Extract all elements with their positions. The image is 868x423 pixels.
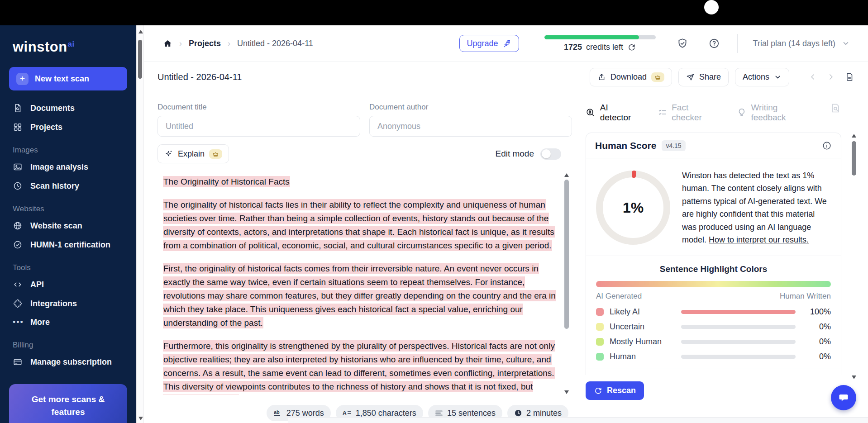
- toggle-knob: [542, 149, 551, 158]
- scroll-thumb[interactable]: [138, 40, 142, 79]
- credits-value: 1725: [564, 43, 582, 52]
- legend-value: 0%: [804, 322, 831, 332]
- breadcrumb: › Projects › Untitled - 2026-04-11: [163, 39, 313, 48]
- document-title-field: Document title: [157, 103, 360, 137]
- toolbar: Untitled - 2026-04-11 Download Share: [144, 62, 868, 92]
- page-title: Untitled - 2026-04-11: [157, 72, 242, 82]
- rescan-button[interactable]: Rescan: [586, 381, 644, 400]
- sidebar-item-humn1-certification[interactable]: HUMN-1 certification: [0, 235, 136, 254]
- window-scrollbar[interactable]: [136, 25, 144, 423]
- sidebar-item-documents[interactable]: Documents: [0, 99, 136, 118]
- chevron-right-icon[interactable]: [826, 72, 835, 81]
- sidebar-item-image-analysis[interactable]: Image analysis: [0, 157, 136, 176]
- tab-ai-detector[interactable]: AI detector: [586, 103, 641, 124]
- brand-name: winston: [13, 39, 67, 55]
- words-icon: ab: [273, 409, 282, 417]
- upgrade-button[interactable]: Upgrade: [459, 35, 519, 52]
- refresh-icon[interactable]: [627, 43, 636, 52]
- download-button[interactable]: Download: [590, 68, 672, 86]
- highlighted-sentence[interactable]: The Originality of Historical Facts: [163, 176, 290, 187]
- explain-button[interactable]: Explain: [157, 144, 229, 163]
- upload-icon: [597, 73, 606, 81]
- grid-icon: [13, 122, 23, 132]
- edit-mode-toggle[interactable]: [540, 148, 561, 160]
- interpret-results-link[interactable]: How to interpret our results.: [709, 235, 809, 244]
- help-icon[interactable]: [708, 38, 720, 49]
- highlighted-sentence[interactable]: First, the originality of historical fac…: [163, 263, 556, 328]
- sidebar-item-integrations[interactable]: Integrations: [0, 294, 136, 313]
- actions-button[interactable]: Actions: [735, 68, 789, 86]
- chat-widget-button[interactable]: [831, 385, 856, 410]
- new-text-scan-button[interactable]: + New text scan: [9, 67, 127, 90]
- chevron-left-icon[interactable]: [808, 72, 817, 81]
- document-author-label: Document author: [369, 103, 572, 112]
- highlight-gradient-bar: [596, 281, 831, 287]
- stat-characters-label: 1,850 characters: [356, 409, 416, 418]
- send-icon: [686, 73, 695, 81]
- sidebar-item-label: Scan history: [30, 181, 79, 191]
- sidebar-item-website-scan[interactable]: Website scan: [0, 216, 136, 235]
- document-title-input[interactable]: [157, 116, 360, 137]
- sidebar: winstonai + New text scan Documents Proj…: [0, 25, 136, 423]
- tab-writing-feedback[interactable]: Writing feedback: [737, 103, 814, 124]
- document-text-area[interactable]: The Originality of Historical Facts The …: [157, 172, 575, 395]
- panel-scrollbar[interactable]: [851, 134, 857, 405]
- scroll-down-arrow[interactable]: [564, 390, 569, 394]
- legend-row: Uncertain 0%: [596, 322, 831, 332]
- credits-bar: [544, 35, 656, 39]
- rescan-label: Rescan: [607, 386, 636, 395]
- model-version-badge: v4.15: [662, 140, 685, 151]
- document-scrollbar[interactable]: [564, 173, 569, 394]
- sidebar-item-api[interactable]: API: [0, 275, 136, 294]
- panel-scroll-viewport[interactable]: Human Score v4.15 1%: [586, 133, 841, 375]
- legend-bar: [681, 310, 796, 314]
- code-icon: [13, 280, 23, 290]
- shield-check-icon[interactable]: [677, 38, 688, 49]
- crown-icon: [212, 151, 219, 157]
- tab-fact-checker[interactable]: Fact checker: [658, 103, 720, 124]
- scroll-down-arrow[interactable]: [852, 375, 856, 379]
- scroll-up-arrow[interactable]: [564, 173, 569, 177]
- legend-row: Human 0%: [596, 352, 831, 361]
- scroll-thumb[interactable]: [852, 141, 856, 176]
- prediction-map-footnote: The AI prediction map will scan your con…: [586, 369, 841, 375]
- sidebar-item-projects[interactable]: Projects: [0, 118, 136, 137]
- highlighted-sentence[interactable]: Furthermore, this originality is strengt…: [163, 340, 555, 395]
- scroll-up-arrow[interactable]: [138, 30, 143, 33]
- plan-selector[interactable]: Trial plan (14 days left): [753, 39, 850, 48]
- info-icon[interactable]: [822, 141, 832, 151]
- document-column: Document title Document author Explain: [157, 103, 575, 423]
- sidebar-item-more[interactable]: ••• More: [0, 313, 136, 332]
- sidebar-section-tools: Tools: [0, 254, 136, 275]
- document-page-icon[interactable]: [844, 72, 854, 82]
- sentences-icon: [435, 409, 443, 417]
- tab-label: AI detector: [600, 103, 641, 123]
- document-author-input[interactable]: [369, 116, 572, 137]
- legend-swatch: [596, 338, 604, 346]
- home-icon[interactable]: [163, 39, 172, 48]
- scroll-up-arrow[interactable]: [852, 134, 856, 138]
- get-more-scans-card[interactable]: Get more scans & features: [9, 384, 127, 423]
- sentence-highlight-title: Sentence Highlight Colors: [596, 264, 831, 274]
- legend-row: Mostly Human 0%: [596, 337, 831, 347]
- plagiarism-tab-icon[interactable]: [830, 103, 841, 115]
- highlighted-sentence[interactable]: The originality of historical facts lies…: [163, 199, 555, 251]
- sidebar-section-websites: Websites: [0, 195, 136, 216]
- sidebar-item-label: Integrations: [30, 299, 77, 309]
- breadcrumb-projects[interactable]: Projects: [189, 39, 221, 48]
- scroll-down-arrow[interactable]: [138, 417, 143, 420]
- sentence-highlight-section: Sentence Highlight Colors AI Generated H…: [586, 256, 841, 369]
- upgrade-label: Upgrade: [467, 39, 498, 48]
- scroll-thumb[interactable]: [564, 180, 569, 329]
- sidebar-item-label: Image analysis: [30, 162, 88, 172]
- sidebar-item-scan-history[interactable]: Scan history: [0, 176, 136, 195]
- stat-sentences-label: 15 sentences: [447, 409, 496, 418]
- plan-label: Trial plan (14 days left): [753, 39, 835, 48]
- brand-logo[interactable]: winstonai: [0, 39, 136, 55]
- document-paragraph: The Originality of Historical Facts: [163, 175, 557, 189]
- legend-value: 0%: [804, 337, 831, 347]
- puzzle-icon: [13, 299, 23, 309]
- share-button[interactable]: Share: [678, 68, 729, 86]
- sidebar-item-manage-subscription[interactable]: Manage subscription: [0, 352, 136, 371]
- header-divider: [737, 34, 738, 53]
